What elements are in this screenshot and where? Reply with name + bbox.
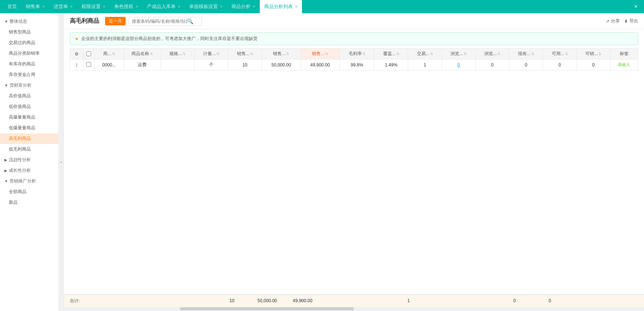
table-footer: 合计: 10 50,000.00 49,900.00 (64, 294, 644, 307)
sidebar-group-growth[interactable]: ▶ 成长性分析 (0, 165, 58, 176)
col-name[interactable]: 商品名称 ⇅ (124, 48, 161, 59)
close-tab-template[interactable]: × (220, 4, 223, 9)
footer-empty-11 (568, 298, 603, 303)
col-sellable[interactable]: 可销... ⇅ (576, 48, 610, 59)
col-browse1[interactable]: 浏览... ⇅ (442, 48, 475, 59)
cell-checkbox[interactable] (83, 59, 94, 70)
col-current[interactable]: 现有... ⇅ (509, 48, 543, 59)
sort-icon-sales-amount: ⇅ (286, 52, 289, 56)
col-code[interactable]: 商... ⇅ (94, 48, 124, 59)
filter-last-month-button[interactable]: 近一月 (105, 17, 126, 25)
sidebar-item-low-volume[interactable]: 低爆量量商品 (0, 123, 58, 133)
sort-icon-unit: ⇅ (216, 52, 219, 56)
sort-icon-coverage: ⇅ (396, 52, 399, 56)
close-all-tabs[interactable]: × (631, 1, 641, 12)
header-actions: ↗ 分享 ⬇ 导出 (606, 18, 638, 24)
cell-spec (161, 59, 194, 70)
footer-empty-8 (356, 298, 391, 303)
sort-icon-available: ⇅ (565, 52, 568, 56)
sidebar-item-low-value[interactable]: 低价值商品 (0, 101, 58, 112)
cell-coverage: 1.49% (374, 59, 408, 70)
footer-sales-count: 10 (214, 298, 249, 303)
sidebar-item-high-margin[interactable]: 高毛利商品 (0, 133, 58, 144)
nav-tab-analysis-list[interactable]: 商品分析列表 × (260, 0, 302, 13)
col-sales-count[interactable]: 销售... ⇅ (228, 48, 262, 59)
sort-icon-browse2: ⇅ (497, 52, 500, 56)
footer-sales-amount: 50,000.00 (249, 298, 285, 303)
table-wrapper[interactable]: ⚙ 商... ⇅ 商品名称 (64, 48, 644, 294)
col-checkbox[interactable] (83, 48, 94, 59)
col-available[interactable]: 可用... ⇅ (543, 48, 577, 59)
main-layout: ▼ 整体信息 销售型商品 交易过的商品 商品分类助销率 有库存的商品 库存资金占… (0, 13, 644, 311)
sidebar-group-overall[interactable]: ▼ 整体信息 (0, 16, 58, 27)
table-header-row: ⚙ 商... ⇅ 商品名称 (70, 48, 638, 59)
col-sales-amount[interactable]: 销售... ⇅ (262, 48, 301, 59)
sidebar-item-category-sales-rate[interactable]: 商品分类助销率 (0, 48, 58, 59)
select-all-checkbox[interactable] (86, 51, 91, 56)
close-tab-role[interactable]: × (136, 4, 138, 9)
sidebar-item-stock-capital[interactable]: 库存资金占用 (0, 69, 58, 80)
horizontal-scrollbar[interactable] (64, 307, 644, 311)
cell-available: 0 (543, 59, 577, 70)
close-tab-product-analysis[interactable]: × (253, 4, 255, 9)
footer-empty-1 (87, 298, 100, 303)
nav-tab-role[interactable]: 角色授权 × (110, 0, 143, 13)
export-button[interactable]: ⬇ 导出 (624, 18, 638, 24)
footer-available: 0 (532, 298, 568, 303)
footer-empty-10 (461, 298, 497, 303)
sidebar-item-new-products[interactable]: 新品 (0, 197, 58, 208)
footer-empty-5 (170, 298, 192, 303)
content-area: 高毛利商品 近一月 🔍 ↗ 分享 ⬇ 导出 ✦ 企业的主要的利润都是这部分商品创… (64, 13, 644, 311)
sidebar-collapse-handle[interactable]: « (59, 13, 64, 311)
footer-trade: 1 (391, 298, 426, 303)
col-settings[interactable]: ⚙ (70, 48, 83, 59)
search-icon[interactable]: 🔍 (187, 18, 193, 24)
col-tag[interactable]: 标签 (610, 48, 638, 59)
search-input[interactable] (132, 19, 187, 24)
col-unit[interactable]: 计量... ⇅ (194, 48, 228, 59)
footer-sales-profit: 49,900.00 (285, 298, 320, 303)
nav-tab-permission[interactable]: 权限设置 × (77, 0, 110, 13)
sidebar-item-all-products[interactable]: 全部商品 (0, 187, 58, 197)
sidebar: ▼ 整体信息 销售型商品 交易过的商品 商品分类助销率 有库存的商品 库存资金占… (0, 13, 59, 311)
close-tab-sales[interactable]: × (42, 4, 45, 9)
sidebar-item-traded-products[interactable]: 交易过的商品 (0, 37, 58, 48)
nav-tab-purchase[interactable]: 进货单 × (49, 0, 77, 13)
arrow-icon-overall: ▼ (4, 19, 8, 23)
col-gross-margin[interactable]: 毛利率 ⇅ (339, 48, 374, 59)
cell-code: 0000... (94, 59, 124, 70)
col-spec[interactable]: 规格... ⇅ (161, 48, 194, 59)
col-trade[interactable]: 交易... ⇅ (408, 48, 442, 59)
sidebar-group-marketing[interactable]: ▼ 营销推广分析 (0, 176, 58, 187)
sidebar-wrapper: ▼ 整体信息 销售型商品 交易过的商品 商品分类助销率 有库存的商品 库存资金占… (0, 13, 64, 311)
nav-tab-product-inbound[interactable]: 产成品入库单 × (143, 0, 185, 13)
close-tab-analysis-list[interactable]: × (295, 4, 298, 9)
footer-total-label: 合计: (70, 298, 80, 304)
sidebar-group-wealth[interactable]: ▼ 货财富分析 (0, 80, 58, 91)
arrow-icon-growth: ▶ (4, 169, 7, 173)
search-box: 🔍 (129, 17, 202, 26)
cell-browse1[interactable]: 0 (442, 59, 475, 70)
close-tab-permission[interactable]: × (103, 4, 105, 9)
col-coverage[interactable]: 覆盖... ⇅ (374, 48, 408, 59)
nav-tab-template[interactable]: 单据模板设置 × (185, 0, 227, 13)
sidebar-item-high-volume[interactable]: 高爆量量商品 (0, 112, 58, 123)
nav-tab-sales[interactable]: 销售单 × (21, 0, 49, 13)
nav-tab-product-analysis[interactable]: 商品分析 × (227, 0, 260, 13)
col-browse2[interactable]: 浏览... ⇅ (475, 48, 509, 59)
sidebar-item-high-value[interactable]: 高价值商品 (0, 91, 58, 101)
arrow-icon-flow: ▶ (4, 158, 7, 162)
sort-icon-sales-profit: ⇅ (325, 52, 328, 56)
close-tab-purchase[interactable]: × (70, 4, 73, 9)
nav-tab-home[interactable]: 首页 (3, 0, 21, 13)
row-checkbox[interactable] (86, 62, 91, 67)
scrollbar-thumb[interactable] (180, 307, 354, 310)
sidebar-item-low-margin[interactable]: 低毛利商品 (0, 144, 58, 155)
col-sales-profit[interactable]: 销售... ⇅ (301, 48, 339, 59)
sidebar-item-in-stock[interactable]: 有库存的商品 (0, 59, 58, 69)
share-button[interactable]: ↗ 分享 (606, 18, 620, 24)
share-icon: ↗ (606, 19, 609, 24)
sidebar-item-sales-products[interactable]: 销售型商品 (0, 27, 58, 37)
close-tab-product-inbound[interactable]: × (178, 4, 180, 9)
sidebar-group-flow[interactable]: ▶ 流趋性分析 (0, 155, 58, 165)
